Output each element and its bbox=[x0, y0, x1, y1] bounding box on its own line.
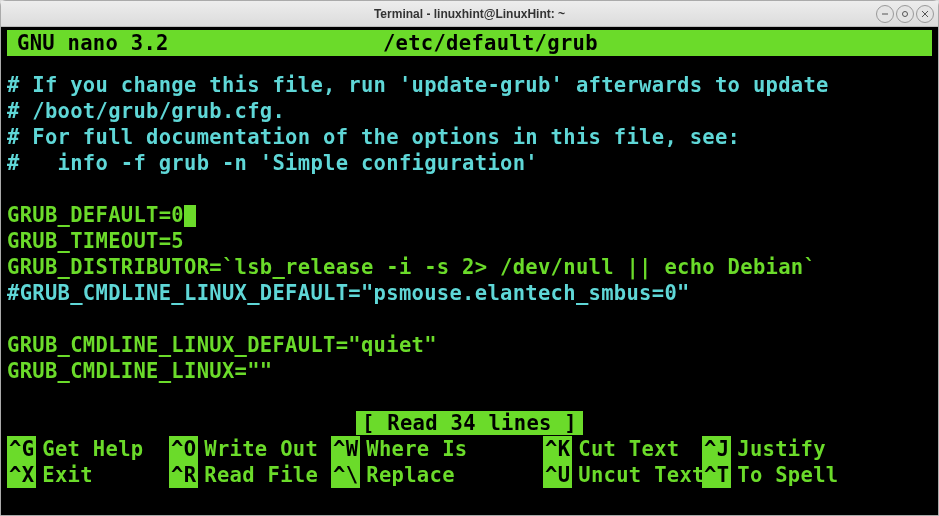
editor-line bbox=[7, 384, 932, 410]
shortcut-bar: ^GGet Help^OWrite Out^WWhere Is^KCut Tex… bbox=[7, 436, 932, 488]
shortcut-item[interactable]: ^KCut Text bbox=[543, 436, 702, 462]
shortcut-key: ^R bbox=[169, 462, 198, 488]
shortcut-key: ^T bbox=[702, 462, 731, 488]
nano-status-line: [ Read 34 lines ] bbox=[7, 410, 932, 436]
shortcut-item[interactable]: ^UUncut Text bbox=[543, 462, 702, 488]
shortcut-row: ^XExit^RRead File^\Replace^UUncut Text^T… bbox=[7, 462, 932, 488]
editor-line: GRUB_DEFAULT=0 bbox=[7, 202, 932, 228]
editor-line: # If you change this file, run 'update-g… bbox=[7, 72, 932, 98]
shortcut-item[interactable]: ^WWhere Is bbox=[331, 436, 543, 462]
editor-line bbox=[7, 306, 932, 332]
shortcut-label: Read File bbox=[198, 462, 318, 488]
shortcut-label: Where Is bbox=[360, 436, 467, 462]
status-text: [ Read 34 lines ] bbox=[356, 411, 583, 435]
shortcut-key: ^G bbox=[7, 436, 36, 462]
editor-line: # info -f grub -n 'Simple configuration' bbox=[7, 150, 932, 176]
shortcut-label: Justify bbox=[731, 436, 826, 462]
shortcut-item[interactable]: ^TTo Spell bbox=[702, 462, 862, 488]
shortcut-key: ^X bbox=[7, 462, 36, 488]
shortcut-key: ^J bbox=[702, 436, 731, 462]
window-controls bbox=[876, 5, 934, 23]
shortcut-label: Write Out bbox=[198, 436, 318, 462]
nano-app-label: GNU nano 3.2 bbox=[7, 30, 169, 56]
editor-line bbox=[7, 176, 932, 202]
shortcut-label: Exit bbox=[36, 462, 93, 488]
nano-header-bar: GNU nano 3.2 /etc/default/grub bbox=[7, 30, 932, 56]
editor-line: # /boot/grub/grub.cfg. bbox=[7, 98, 932, 124]
maximize-button[interactable] bbox=[896, 5, 914, 23]
shortcut-key: ^W bbox=[331, 436, 360, 462]
minimize-button[interactable] bbox=[876, 5, 894, 23]
editor-body[interactable]: # If you change this file, run 'update-g… bbox=[7, 72, 932, 410]
editor-line: GRUB_TIMEOUT=5 bbox=[7, 228, 932, 254]
shortcut-item[interactable]: ^OWrite Out bbox=[169, 436, 331, 462]
editor-line: GRUB_CMDLINE_LINUX="" bbox=[7, 358, 932, 384]
shortcut-label: Cut Text bbox=[572, 436, 679, 462]
shortcut-item[interactable]: ^XExit bbox=[7, 462, 169, 488]
shortcut-label: Replace bbox=[360, 462, 455, 488]
editor-line: #GRUB_CMDLINE_LINUX_DEFAULT="psmouse.ela… bbox=[7, 280, 932, 306]
shortcut-item[interactable]: ^JJustify bbox=[702, 436, 862, 462]
svg-point-0 bbox=[903, 11, 908, 16]
window-title: Terminal - linuxhint@LinuxHint: ~ bbox=[374, 7, 565, 21]
shortcut-key: ^U bbox=[543, 462, 572, 488]
shortcut-label: Get Help bbox=[36, 436, 143, 462]
text-cursor bbox=[184, 205, 196, 227]
shortcut-label: Uncut Text bbox=[572, 462, 704, 488]
shortcut-item[interactable]: ^GGet Help bbox=[7, 436, 169, 462]
shortcut-item[interactable]: ^\Replace bbox=[331, 462, 543, 488]
window-titlebar: Terminal - linuxhint@LinuxHint: ~ bbox=[1, 1, 938, 27]
shortcut-key: ^K bbox=[543, 436, 572, 462]
terminal-viewport[interactable]: GNU nano 3.2 /etc/default/grub # If you … bbox=[1, 27, 938, 515]
shortcut-row: ^GGet Help^OWrite Out^WWhere Is^KCut Tex… bbox=[7, 436, 932, 462]
nano-file-path: /etc/default/grub bbox=[169, 30, 932, 56]
shortcut-label: To Spell bbox=[731, 462, 838, 488]
shortcut-key: ^O bbox=[169, 436, 198, 462]
close-button[interactable] bbox=[916, 5, 934, 23]
shortcut-key: ^\ bbox=[331, 462, 360, 488]
editor-line: GRUB_CMDLINE_LINUX_DEFAULT="quiet" bbox=[7, 332, 932, 358]
editor-line: GRUB_DISTRIBUTOR=`lsb_release -i -s 2> /… bbox=[7, 254, 932, 280]
editor-line: # For full documentation of the options … bbox=[7, 124, 932, 150]
shortcut-item[interactable]: ^RRead File bbox=[169, 462, 331, 488]
terminal-window: Terminal - linuxhint@LinuxHint: ~ GNU na… bbox=[0, 0, 939, 516]
